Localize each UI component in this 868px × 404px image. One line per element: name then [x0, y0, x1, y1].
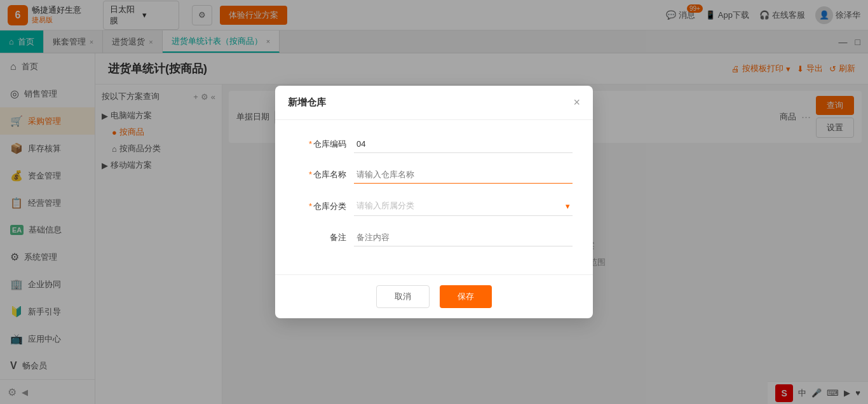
required-mark: * [309, 201, 312, 211]
warehouse-code-input[interactable] [354, 135, 573, 153]
warehouse-name-input[interactable] [354, 166, 573, 184]
dialog-footer: 取消 保存 [275, 274, 593, 318]
required-mark: * [309, 170, 312, 179]
save-button[interactable]: 保存 [440, 285, 492, 308]
form-row-code: *仓库编码 [295, 135, 573, 153]
dialog-body: *仓库编码 *仓库名称 *仓库分类 请输入所属分类 ▾ [275, 120, 593, 274]
chevron-down-icon: ▾ [566, 201, 570, 211]
warehouse-remark-input[interactable] [354, 229, 573, 246]
form-row-name: *仓库名称 [295, 166, 573, 184]
code-label: *仓库编码 [295, 138, 346, 150]
dialog-header: 新增仓库 × [275, 86, 593, 120]
category-label: *仓库分类 [295, 201, 346, 212]
dialog-close-button[interactable]: × [573, 96, 580, 109]
remark-label: 备注 [295, 232, 346, 243]
form-row-remark: 备注 [295, 229, 573, 246]
dialog-title: 新增仓库 [288, 97, 326, 109]
cancel-button[interactable]: 取消 [376, 285, 430, 308]
add-warehouse-dialog: 新增仓库 × *仓库编码 *仓库名称 *仓库分类 [275, 86, 593, 318]
required-mark: * [309, 139, 312, 149]
category-placeholder: 请输入所属分类 [356, 200, 414, 212]
warehouse-category-select[interactable]: 请输入所属分类 ▾ [354, 196, 573, 216]
modal-overlay: 新增仓库 × *仓库编码 *仓库名称 *仓库分类 [0, 0, 868, 404]
name-label: *仓库名称 [295, 169, 346, 180]
form-row-category: *仓库分类 请输入所属分类 ▾ [295, 196, 573, 216]
